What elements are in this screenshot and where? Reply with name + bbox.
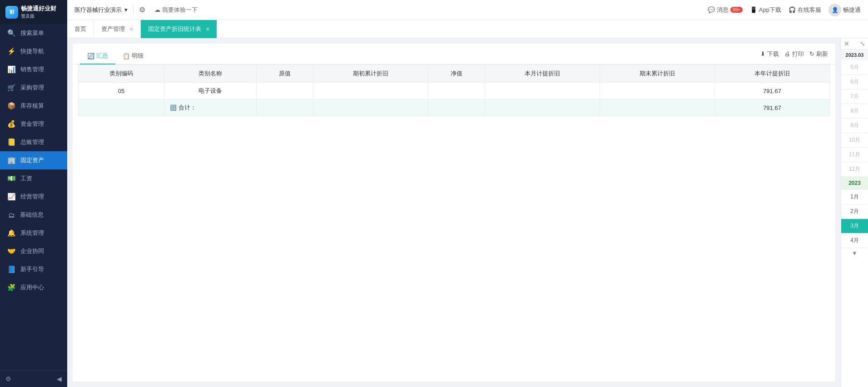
sidebar-item-baseinfo[interactable]: 🗂基础信息 (0, 206, 67, 224)
sidebar-label-system: 系统管理 (20, 229, 44, 237)
subtabs: 🔄 汇总 📋 明细 (73, 44, 753, 64)
app-logo: 财 畅捷通好业财 普及版 (0, 0, 67, 24)
sidebar-label-sales: 销售管理 (20, 65, 44, 74)
rp-month-8月[interactable]: 8月 (841, 104, 868, 119)
sidebar-icon-sales: 📊 (7, 65, 16, 74)
row-monthly (485, 83, 600, 99)
total-row: 🔢 合计： 791.67 (79, 99, 830, 116)
tab-label-asset-mgmt: 资产管理 (101, 25, 125, 33)
sidebar-icon-fixed: 🏢 (7, 156, 16, 164)
sidebar-item-fixed[interactable]: 🏢固定资产 (0, 151, 67, 169)
row-code: 05 (79, 83, 164, 99)
tab-close-depreciation[interactable]: × (206, 25, 209, 33)
sidebar-item-sales[interactable]: 📊销售管理 (0, 60, 67, 79)
total-initial (313, 99, 428, 116)
sidebar-label-finance: 资金管理 (20, 120, 44, 128)
tab-asset-mgmt[interactable]: 资产管理× (94, 20, 141, 38)
tab-detail[interactable]: 📋 明细 (115, 48, 151, 64)
sidebar-item-quicknav[interactable]: ⚡快捷导航 (0, 42, 67, 60)
col-name: 类别名称 (164, 65, 257, 83)
service-icon: 🎧 (789, 6, 796, 13)
topbar-right: 💬 消息 99+ 📱 App下载 🎧 在线客服 👤 畅捷通 (708, 4, 861, 16)
user-name: 畅捷通 (843, 6, 861, 14)
sidebar-label-ledger: 总账管理 (20, 138, 44, 146)
experience-label: 我要体验一下 (162, 6, 198, 14)
sidebar-label-inventory: 库存核算 (20, 102, 44, 110)
sidebar-label-search: 搜索菜单 (20, 29, 44, 37)
rp-month-7月[interactable]: 7月 (841, 89, 868, 104)
sidebar-item-inventory[interactable]: 📦库存核算 (0, 97, 67, 115)
tab-close-asset-mgmt[interactable]: × (129, 25, 133, 33)
collapse-icon[interactable]: ◀ (57, 375, 62, 382)
sidebar-item-finance[interactable]: 💰资金管理 (0, 115, 67, 133)
app-version: 普及版 (21, 13, 56, 20)
rp-header: ✕ ⤡ (841, 38, 868, 50)
sidebar: 财 畅捷通好业财 普及版 🔍搜索菜单⚡快捷导航📊销售管理🛒采购管理📦库存核算💰资… (0, 0, 67, 387)
download-icon: ⬇ (760, 50, 765, 57)
message-btn[interactable]: 💬 消息 99+ (708, 6, 743, 14)
sidebar-item-guide[interactable]: 📘新手引导 (0, 260, 67, 278)
sidebar-icon-purchase: 🛒 (7, 84, 16, 92)
rp-nav-down[interactable]: ▼ (850, 248, 859, 258)
sidebar-label-guide: 新手引导 (20, 265, 44, 273)
rp-month-5月[interactable]: 5月 (841, 60, 868, 75)
total-monthly (485, 99, 600, 116)
tab-depreciation[interactable]: 固定资产折旧统计表× (141, 20, 217, 38)
table-row: 05 电子设备 791.67 (79, 83, 830, 99)
rp-close-icon[interactable]: ✕ (844, 40, 849, 47)
rp-month-10月[interactable]: 10月 (841, 133, 868, 148)
sidebar-item-operation[interactable]: 📈经营管理 (0, 188, 67, 206)
experience-btn[interactable]: ☁ 我要体验一下 (154, 6, 198, 14)
company-selector[interactable]: 医疗器械行业演示 ▾ (74, 6, 128, 14)
service-label: 在线客服 (798, 6, 821, 14)
rp-month-11月[interactable]: 11月 (841, 148, 868, 162)
refresh-btn[interactable]: ↻ 刷新 (809, 50, 828, 58)
sidebar-item-cooperation[interactable]: 🤝企业协同 (0, 242, 67, 260)
sidebar-item-salary[interactable]: 💵工资 (0, 169, 67, 188)
sidebar-icon-inventory: 📦 (7, 102, 16, 110)
topbar-settings-icon[interactable]: ⚙ (139, 5, 145, 14)
sidebar-item-system[interactable]: 🔔系统管理 (0, 224, 67, 242)
app-download-icon: 📱 (750, 6, 757, 13)
row-annual: 791.67 (715, 83, 830, 99)
company-name: 医疗器械行业演示 (74, 6, 122, 14)
sidebar-label-salary: 工资 (20, 174, 32, 183)
rp-month-1月[interactable]: 1月 (841, 190, 868, 204)
sidebar-item-ledger[interactable]: 📒总账管理 (0, 133, 67, 151)
sidebar-label-quicknav: 快捷导航 (20, 47, 44, 55)
row-original (256, 83, 313, 99)
message-icon: 💬 (708, 6, 715, 13)
rp-month-12月[interactable]: 12月 (841, 162, 868, 177)
main-panel: 🔄 汇总 📋 明细 ⬇ 下载 🖨 打印 (73, 44, 835, 382)
rp-expand-icon[interactable]: ⤡ (860, 40, 865, 47)
settings-icon[interactable]: ⚙ (5, 375, 11, 382)
company-dropdown-icon: ▾ (124, 6, 128, 13)
rp-month-2月[interactable]: 2月 (841, 204, 868, 219)
user-menu[interactable]: 👤 畅捷通 (828, 4, 861, 16)
sidebar-item-appcenter[interactable]: 🧩应用中心 (0, 278, 67, 297)
row-end (600, 83, 715, 99)
tab-label-depreciation: 固定资产折旧统计表 (148, 25, 201, 33)
right-panel: ✕ ⤡ 2023.03 5月6月7月8月9月10月11月12月20231月2月3… (841, 38, 868, 387)
sidebar-footer: ⚙ ◀ (0, 370, 67, 387)
rp-month-6月[interactable]: 6月 (841, 75, 868, 89)
sidebar-icon-cooperation: 🤝 (7, 247, 16, 255)
topbar-divider (133, 5, 134, 15)
download-btn[interactable]: ⬇ 下载 (760, 50, 779, 58)
sidebar-item-search[interactable]: 🔍搜索菜单 (0, 24, 67, 42)
sidebar-item-purchase[interactable]: 🛒采购管理 (0, 79, 67, 97)
app-download-btn[interactable]: 📱 App下载 (750, 6, 781, 14)
tab-home[interactable]: 首页 (67, 20, 94, 38)
rp-month-4月[interactable]: 4月 (841, 233, 868, 248)
rp-month-9月[interactable]: 9月 (841, 119, 868, 133)
print-btn[interactable]: 🖨 打印 (784, 50, 804, 58)
sidebar-icon-finance: 💰 (7, 120, 16, 128)
rp-month-3月[interactable]: 3月 (841, 219, 868, 233)
total-end (600, 99, 715, 116)
topbar: 医疗器械行业演示 ▾ ⚙ ☁ 我要体验一下 💬 消息 99+ 📱 App下载 🎧… (67, 0, 868, 20)
tab-summary[interactable]: 🔄 汇总 (80, 48, 115, 64)
avatar: 👤 (828, 4, 841, 16)
sidebar-icon-operation: 📈 (7, 193, 16, 201)
col-initial: 期初累计折旧 (313, 65, 428, 83)
customer-service-btn[interactable]: 🎧 在线客服 (789, 6, 821, 14)
